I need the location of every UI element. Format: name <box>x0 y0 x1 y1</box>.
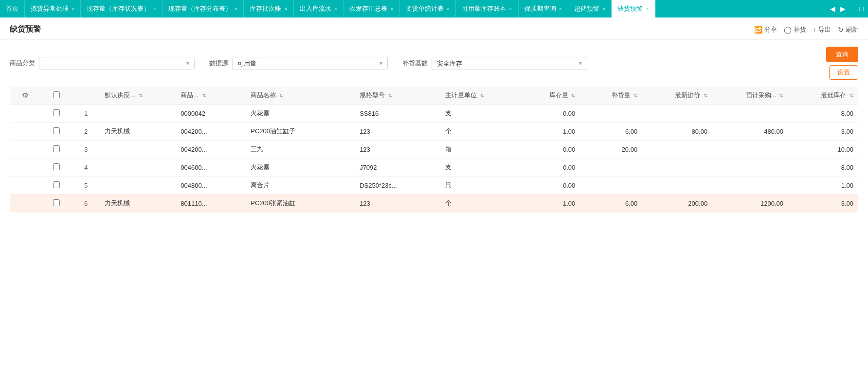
page-content: 缺货预警 🔁 分享 ◯ 补货 ↑ 导出 ↻ 刷新 商品分类 <box>0 18 868 387</box>
tab-bar: 首页 拣货异常处理 × 现存量（库存状况表） × 现存量（库存分布表） × 库存… <box>0 0 868 18</box>
tab-scroll-left[interactable]: ◀ <box>828 3 838 15</box>
tab-close-inventory-dist[interactable]: × <box>235 6 237 12</box>
row-checkbox[interactable] <box>53 145 60 152</box>
row-stock: 0.00 <box>518 141 580 158</box>
table-row: 3 004200... 三九 123 箱 0.00 20.00 10.00 <box>10 141 858 158</box>
row-num: 4 <box>72 158 100 176</box>
tab-close-order-stats[interactable]: × <box>447 6 450 12</box>
row-checkbox-cell <box>41 105 72 123</box>
row-min-stock: 10.00 <box>788 141 858 158</box>
sort-name-icon[interactable]: ⇅ <box>279 93 283 98</box>
row-checkbox-cell <box>41 194 72 212</box>
tab-close-batch-account[interactable]: × <box>284 6 287 12</box>
row-latest-price <box>642 141 712 158</box>
export-button[interactable]: ↑ 导出 <box>813 25 831 34</box>
tab-close-shortage[interactable]: × <box>646 6 649 12</box>
sort-supplier-icon[interactable]: ⇅ <box>139 93 143 98</box>
tab-overstock[interactable]: 超储预警 × <box>568 0 612 18</box>
tab-close-receipt-summary[interactable]: × <box>390 6 393 12</box>
sort-price-icon[interactable]: ⇅ <box>704 93 707 98</box>
row-replenish: 20.00 <box>580 141 642 158</box>
sort-replenish-icon[interactable]: ⇅ <box>633 93 637 98</box>
tab-close-expiry-query[interactable]: × <box>559 6 562 12</box>
tab-scroll-right[interactable]: ▶ <box>838 3 848 15</box>
replenish-base-select[interactable]: 安全库存 最低库存 <box>432 57 587 70</box>
col-header-unit: 主计量单位 ⇅ <box>440 87 518 105</box>
datasource-select[interactable]: 可用量 库存量 <box>232 57 388 70</box>
row-est-purchase <box>712 105 788 123</box>
query-button[interactable]: 查询 <box>826 47 858 62</box>
row-est-purchase <box>712 176 788 194</box>
row-min-stock: 8.00 <box>788 105 858 123</box>
col-header-name: 商品名称 ⇅ <box>246 87 355 105</box>
category-select[interactable] <box>39 57 195 70</box>
sort-spec-icon[interactable]: ⇅ <box>388 93 392 98</box>
row-num: 1 <box>72 105 100 123</box>
tab-close-inventory-status[interactable]: × <box>153 6 156 12</box>
page-header: 缺货预警 🔁 分享 ◯ 补货 ↑ 导出 ↻ 刷新 <box>0 18 868 40</box>
tab-inventory-dist[interactable]: 现存量（库存分布表） × <box>163 0 244 18</box>
replenish-button[interactable]: ◯ 补货 <box>784 25 806 34</box>
tab-exception[interactable]: 拣货异常处理 × <box>25 0 81 18</box>
row-gear-cell <box>10 105 41 123</box>
share-icon: 🔁 <box>754 26 762 34</box>
refresh-button[interactable]: ↻ 刷新 <box>838 25 858 34</box>
tab-maximize[interactable]: □ <box>857 3 866 15</box>
row-min-stock: 1.00 <box>788 176 858 194</box>
row-est-purchase: 1200.00 <box>712 194 788 212</box>
datasource-filter-group: 数据源 可用量 库存量 ▼ <box>209 57 388 70</box>
row-est-purchase <box>712 158 788 176</box>
tab-minimize[interactable]: − <box>848 3 857 15</box>
row-checkbox[interactable] <box>53 163 60 170</box>
row-num: 3 <box>72 141 100 158</box>
row-est-purchase <box>712 141 788 158</box>
tab-close-avail-ledger[interactable]: × <box>509 6 512 12</box>
tab-close-exception[interactable]: × <box>72 6 74 12</box>
tab-inventory-status[interactable]: 现存量（库存状况表） × <box>81 0 162 18</box>
tab-receipt-summary[interactable]: 收发存汇总表 × <box>344 0 399 18</box>
row-latest-price: 80.00 <box>642 123 712 141</box>
row-stock: 0.00 <box>518 158 580 176</box>
row-min-stock: 3.00 <box>788 123 858 141</box>
col-header-spec: 规格型号 ⇅ <box>355 87 440 105</box>
row-unit: 个 <box>440 123 518 141</box>
row-stock: -1.00 <box>518 123 580 141</box>
row-gear-cell <box>10 158 41 176</box>
export-icon: ↑ <box>813 26 816 34</box>
col-header-gear: ⚙ <box>10 87 41 105</box>
row-checkbox[interactable] <box>53 199 60 206</box>
sort-unit-icon[interactable]: ⇅ <box>480 93 484 98</box>
tab-order-stats[interactable]: 要货单统计表 × <box>400 0 456 18</box>
row-gear-cell <box>10 123 41 141</box>
row-checkbox[interactable] <box>53 127 60 134</box>
row-checkbox[interactable] <box>53 181 60 188</box>
row-spec: J7092 <box>355 158 440 176</box>
share-button[interactable]: 🔁 分享 <box>754 25 777 34</box>
tab-close-inout-flow[interactable]: × <box>334 6 337 12</box>
sort-purchase-icon[interactable]: ⇅ <box>779 93 783 98</box>
row-est-purchase: 480.00 <box>712 123 788 141</box>
tab-inout-flow[interactable]: 出入库流水 × <box>294 0 344 18</box>
tab-batch-account[interactable]: 库存批次账 × <box>244 0 293 18</box>
sort-code-icon[interactable]: ⇅ <box>202 93 206 98</box>
tab-expiry-query[interactable]: 保质期查询 × <box>519 0 568 18</box>
gear-settings-icon[interactable]: ⚙ <box>22 91 28 99</box>
row-checkbox[interactable] <box>53 109 60 116</box>
tab-home[interactable]: 首页 <box>0 0 25 18</box>
tab-close-overstock[interactable]: × <box>602 6 605 12</box>
sort-stock-icon[interactable]: ⇅ <box>571 93 575 98</box>
datasource-select-wrapper: 可用量 库存量 ▼ <box>232 57 388 70</box>
tab-avail-ledger[interactable]: 可用量库存账本 × <box>456 0 518 18</box>
settings-button[interactable]: 设置 <box>829 65 858 80</box>
row-name: PC200油缸缸子 <box>246 123 355 141</box>
row-spec: SS816 <box>355 105 440 123</box>
row-unit: 个 <box>440 194 518 212</box>
table-row: 1 0000042 火花塞 SS816 支 0.00 8.00 <box>10 105 858 123</box>
tab-nav-buttons: ◀ ▶ − □ <box>826 3 868 15</box>
row-unit: 支 <box>440 158 518 176</box>
select-all-checkbox[interactable] <box>53 91 60 98</box>
sort-minstock-icon[interactable]: ⇅ <box>850 93 853 98</box>
category-select-wrapper: ▼ <box>39 57 195 70</box>
tab-shortage[interactable]: 缺货预警 × <box>612 0 655 18</box>
row-supplier <box>100 176 176 194</box>
